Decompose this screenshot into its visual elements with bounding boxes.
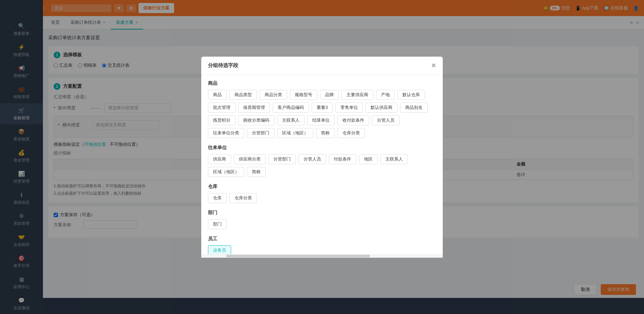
field-tag[interactable]: 往来单位分类	[208, 128, 244, 138]
field-tag[interactable]: 客户商品编码	[273, 103, 309, 113]
field-tag[interactable]: 主联系人	[277, 115, 305, 125]
section-employee: 员工 业务员	[208, 236, 436, 255]
section-partner-title: 往来单位	[208, 145, 436, 151]
field-tag[interactable]: 付款条件	[329, 154, 356, 164]
modal-title: 分组待选字段	[208, 62, 238, 69]
section-goods-fields: 商品 商品类型 商品分类 规格型号 品牌 主要供应商 产地 默认仓库 批次管理 …	[208, 90, 436, 138]
section-employee-title: 员工	[208, 236, 436, 242]
modal-horizontal-scrollbar[interactable]	[201, 254, 443, 257]
modal-close-button[interactable]: ✕	[431, 62, 436, 69]
field-tag[interactable]: 区域（地区）	[277, 128, 313, 138]
section-department: 部门 部门	[208, 210, 436, 229]
field-tag[interactable]: 地区	[359, 154, 378, 164]
field-tag[interactable]: 结算单位	[307, 115, 335, 125]
section-partner-fields: 供应商 供应商分类 分管部门 分管人员 付款条件 地区 主联系人 区域（地区） …	[208, 154, 436, 177]
field-tag[interactable]: 仓库分类	[229, 193, 257, 203]
field-tag[interactable]: 分管人员	[372, 115, 399, 125]
field-select-modal: 分组待选字段 ✕ 商品 商品 商品类型 商品分类 规格型号 品牌 主要供应商 产…	[201, 57, 443, 258]
scroll-thumb	[226, 255, 370, 257]
field-tag[interactable]: 收付款条件	[337, 115, 369, 125]
modal-header: 分组待选字段 ✕	[201, 57, 443, 75]
field-tag[interactable]: 分管人员	[299, 154, 326, 164]
field-tag[interactable]: 规格型号	[290, 90, 317, 100]
section-department-fields: 部门	[208, 219, 436, 229]
modal-body: 商品 商品 商品类型 商品分类 规格型号 品牌 主要供应商 产地 默认仓库 批次…	[201, 75, 443, 255]
field-tag[interactable]: 部门	[208, 219, 227, 229]
field-tag[interactable]: 主要供应商	[341, 90, 373, 100]
field-tag[interactable]: 主联系人	[380, 154, 408, 164]
field-tag[interactable]: 保质期管理	[238, 103, 270, 113]
field-tag[interactable]: 商品类型	[229, 90, 257, 100]
field-tag[interactable]: 仓库	[208, 193, 227, 203]
field-tag[interactable]: 分管部门	[268, 154, 296, 164]
field-tag[interactable]: 批次管理	[208, 103, 235, 113]
field-tag[interactable]: 默认供应商	[366, 103, 397, 113]
field-tag[interactable]: 供应商分类	[234, 154, 266, 164]
section-department-title: 部门	[208, 210, 436, 216]
section-employee-fields: 业务员	[208, 245, 436, 255]
field-tag[interactable]: 重量3	[312, 103, 333, 113]
section-warehouse: 仓库 仓库 仓库分类	[208, 184, 436, 203]
field-tag[interactable]: 供应商	[208, 154, 231, 164]
field-tag[interactable]: 产地	[376, 90, 395, 100]
field-tag[interactable]: 分管部门	[247, 128, 274, 138]
field-tag[interactable]: 商品	[208, 90, 227, 100]
field-tag[interactable]: 仓库分类	[337, 128, 365, 138]
modal-overlay: 分组待选字段 ✕ 商品 商品 商品类型 商品分类 规格型号 品牌 主要供应商 产…	[0, 0, 644, 314]
field-tag[interactable]: 默认仓库	[397, 90, 425, 100]
field-tag[interactable]: 税收分类编码	[238, 115, 274, 125]
section-goods: 商品 商品 商品类型 商品分类 规格型号 品牌 主要供应商 产地 默认仓库 批次…	[208, 80, 436, 138]
field-tag[interactable]: 品牌	[320, 90, 339, 100]
section-goods-title: 商品	[208, 80, 436, 86]
section-warehouse-title: 仓库	[208, 184, 436, 190]
section-partner: 往来单位 供应商 供应商分类 分管部门 分管人员 付款条件 地区 主联系人 区域…	[208, 145, 436, 177]
field-tag-business-staff[interactable]: 业务员	[208, 245, 231, 255]
field-tag[interactable]: 区域（地区）	[208, 167, 244, 177]
field-tag[interactable]: 商品分类	[260, 90, 287, 100]
field-tag[interactable]: 简称	[247, 167, 266, 177]
field-tag[interactable]: 零售单位	[335, 103, 363, 113]
section-warehouse-fields: 仓库 仓库分类	[208, 193, 436, 203]
field-tag[interactable]: 商品别名	[400, 103, 428, 113]
field-tag[interactable]: 简称	[316, 128, 335, 138]
field-tag[interactable]: 拣货积分	[208, 115, 235, 125]
